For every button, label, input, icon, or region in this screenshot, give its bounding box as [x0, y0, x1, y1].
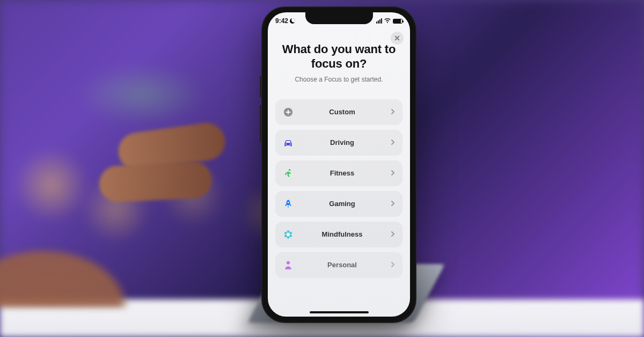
focus-option-label: Custom [294, 108, 391, 116]
svg-point-10 [284, 232, 287, 235]
volume-button [260, 76, 261, 98]
phone-frame: 9:42 What do you want to focus on? Choos… [261, 6, 416, 323]
chevron-right-icon [391, 260, 395, 270]
svg-point-7 [289, 235, 292, 237]
focus-option-custom[interactable]: Custom [275, 99, 402, 125]
svg-point-9 [284, 235, 287, 237]
page-subtitle: Choose a Focus to get started. [279, 76, 399, 83]
svg-point-8 [287, 236, 290, 239]
focus-option-mindfulness[interactable]: Mindfulness [275, 222, 402, 247]
chevron-right-icon [391, 199, 395, 209]
focus-option-gaming[interactable]: Gaming [275, 191, 402, 217]
focus-option-label: Personal [294, 261, 391, 269]
page-title: What do you want to focus on? [279, 42, 399, 71]
status-time: 9:42 [275, 17, 288, 25]
do-not-disturb-icon [290, 18, 295, 24]
svg-point-1 [286, 143, 287, 144]
person-icon [283, 260, 294, 270]
focus-option-label: Gaming [294, 200, 391, 208]
focus-option-driving[interactable]: Driving [275, 130, 402, 156]
chevron-right-icon [391, 169, 395, 178]
cellular-signal-icon [376, 18, 382, 24]
runner-icon [283, 168, 294, 179]
focus-option-label: Mindfulness [294, 230, 391, 238]
chevron-right-icon [391, 230, 395, 239]
svg-point-3 [289, 169, 291, 171]
focus-option-fitness[interactable]: Fitness [275, 160, 402, 186]
phone-screen: 9:42 What do you want to focus on? Choos… [268, 12, 410, 317]
close-button[interactable] [391, 32, 404, 45]
volume-button [260, 105, 261, 142]
wifi-icon [384, 18, 391, 24]
svg-point-11 [287, 233, 290, 236]
focus-option-label: Driving [294, 138, 391, 146]
svg-point-6 [289, 232, 292, 235]
home-indicator[interactable] [310, 311, 369, 313]
plus-circle-icon [283, 107, 294, 118]
focus-option-list: Custom Driving Fitness [268, 87, 410, 278]
middle-finger [98, 161, 213, 203]
car-icon [283, 137, 294, 148]
chevron-right-icon [391, 138, 395, 148]
battery-icon [393, 19, 402, 24]
svg-point-12 [287, 261, 290, 264]
close-icon [394, 35, 400, 41]
sheet-header: What do you want to focus on? Choose a F… [268, 28, 410, 87]
flower-icon [283, 229, 294, 240]
focus-option-personal[interactable]: Personal [275, 252, 402, 278]
chevron-right-icon [391, 107, 395, 117]
svg-point-5 [287, 230, 290, 233]
rocket-icon [283, 199, 294, 209]
svg-point-4 [288, 202, 289, 203]
notch [305, 12, 373, 24]
svg-point-2 [290, 143, 291, 144]
focus-option-label: Fitness [294, 169, 391, 177]
